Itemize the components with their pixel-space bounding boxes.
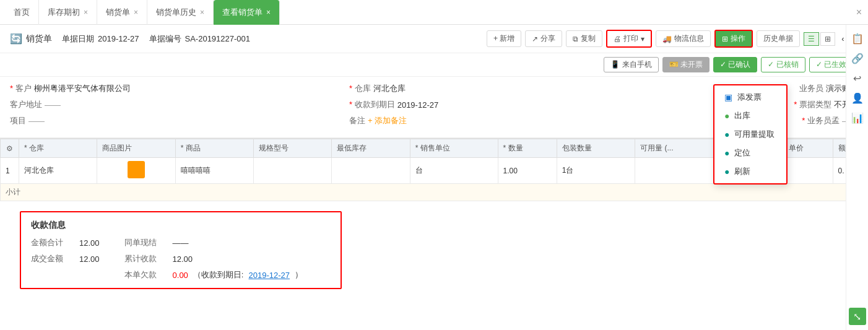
subtotal-row: 小计	[1, 184, 868, 201]
row-unit: 台	[410, 158, 498, 184]
same-order-label: 同单现结	[124, 237, 168, 248]
total-row: 金额合计 12.00	[31, 237, 100, 248]
phone-icon: 📱	[610, 60, 620, 69]
warehouse-label: 仓库	[349, 83, 371, 94]
window-close-button[interactable]: ×	[856, 7, 862, 18]
col-warehouse: * 仓库	[19, 139, 97, 158]
refresh-icon: ●	[724, 167, 729, 176]
col-quantity: * 数量	[498, 139, 557, 158]
row-product: 嘻嘻嘻嘻	[175, 158, 253, 184]
copy-icon: ⧉	[573, 35, 578, 43]
row-pack-qty: 1台	[557, 158, 635, 184]
owe-note: （收款到期日:	[193, 269, 244, 280]
payment-title: 收款信息	[31, 220, 331, 231]
total-value: 12.00	[79, 238, 100, 248]
row-quantity: 1.00	[498, 158, 557, 184]
operation-button[interactable]: ⊞ 操作	[714, 30, 753, 48]
logistics-button[interactable]: 🚚 物流信息	[656, 30, 711, 47]
sidebar-user-icon[interactable]: 👤	[849, 89, 866, 106]
print-button[interactable]: 🖨 打印 ▾	[606, 30, 652, 48]
refresh-item[interactable]: ● 刷新	[714, 162, 786, 181]
doc-number-field: 单据编号 SA-20191227-001	[149, 33, 251, 45]
not-open-button[interactable]: 🎫 未开票	[662, 57, 710, 72]
share-button[interactable]: ↗ 分享	[525, 30, 562, 47]
sidebar-expand-icon[interactable]: ⤡	[849, 308, 866, 325]
owe-value: 0.00	[173, 271, 188, 280]
row-image	[97, 158, 175, 184]
col-unit: * 销售单位	[410, 139, 498, 158]
payment-section: 收款信息 金额合计 12.00 成交金额 12.00	[20, 211, 342, 289]
tab-bar: 首页 库存期初 × 销货单 × 销货单历史 × 查看销货单 × ×	[0, 0, 868, 25]
sold-check-icon: ✓	[768, 60, 774, 69]
print-icon: 🖨	[614, 35, 621, 43]
sidebar-undo-icon[interactable]: ↩	[849, 69, 866, 87]
warehouse-value: 河北仓库	[373, 83, 406, 94]
sidebar-chart-icon[interactable]: 📊	[849, 109, 866, 126]
right-sidebar: 📋 🔗 ↩ 👤 📊 ⤡	[846, 25, 868, 330]
deal-label: 成交金额	[31, 253, 74, 264]
col-price: 单价	[783, 139, 833, 158]
locate-item[interactable]: ● 定位	[714, 144, 786, 162]
tab-view-sales[interactable]: 查看销货单 ×	[214, 0, 280, 25]
outbound-item[interactable]: ● 出库	[714, 106, 786, 125]
owe-date[interactable]: 2019-12-27	[248, 271, 290, 280]
doc-date-field: 单据日期 2019-12-27	[62, 33, 139, 45]
warehouse-field: 仓库 河北仓库	[349, 83, 604, 94]
note-field: 备注 添加备注	[349, 115, 604, 126]
customer-value: 柳州粤港平安气体有限公司	[34, 83, 131, 94]
share-icon: ↗	[532, 35, 538, 43]
owe-label: 本单欠款	[124, 269, 168, 280]
accumulated-row: 累计收款 12.00	[124, 253, 303, 264]
tab-sales-close[interactable]: ×	[134, 8, 138, 17]
sold-button[interactable]: ✓ 已核销	[761, 57, 805, 72]
accumulated-label: 累计收款	[124, 253, 168, 264]
status-buttons: 📱 来自手机 🎫 未开票 ✓ 已确认 ✓ 已核销 ✓ 已生效	[604, 57, 858, 72]
view-toggle: ☰ ⊞	[804, 32, 835, 46]
project-value: ——	[28, 116, 45, 126]
check-icon: ✓	[720, 60, 726, 69]
tab-sales-history[interactable]: 销货单历史 ×	[147, 0, 214, 25]
sidebar-clipboard-icon[interactable]: 📋	[849, 30, 866, 47]
add-note-button[interactable]: 添加备注	[368, 115, 407, 126]
deal-value: 12.00	[79, 254, 100, 264]
print-dropdown-icon: ▾	[641, 35, 644, 43]
row-min-stock	[332, 158, 410, 184]
copy-button[interactable]: ⧉ 复制	[566, 30, 602, 47]
sidebar-link-icon[interactable]: 🔗	[849, 50, 866, 67]
confirm-button[interactable]: ✓ 已确认	[713, 57, 757, 72]
ticket-type-label: 票据类型	[794, 99, 831, 110]
tab-inventory-close[interactable]: ×	[84, 8, 88, 17]
payment-date-label: 收款到期日	[349, 99, 395, 110]
total-label: 金额合计	[31, 237, 74, 248]
tab-inventory[interactable]: 库存期初 ×	[39, 0, 97, 25]
effective-check-icon: ✓	[816, 60, 822, 69]
doc-title: 🔄 销货单	[10, 33, 52, 45]
new-button[interactable]: + 新增	[487, 30, 521, 47]
col-pack-qty: 包装数量	[557, 139, 635, 158]
payment-date-value: 2019-12-27	[397, 100, 439, 110]
payment-date-field: 收款到期日 2019-12-27	[349, 99, 604, 110]
subtotal-label: 小计	[1, 184, 868, 201]
row-spec	[253, 158, 331, 184]
add-invoice-item[interactable]: ▣ 添发票	[714, 88, 786, 106]
operation-dropdown: ▣ 添发票 ● 出库 ● 可用量提取 ● 定位 ● 刷新	[713, 84, 788, 185]
col-image: 商品图片	[97, 139, 175, 158]
grid-icon: ⊞	[722, 35, 728, 43]
grid-view-button[interactable]: ⊞	[820, 32, 835, 46]
available-extract-item[interactable]: ● 可用量提取	[714, 125, 786, 144]
history-button[interactable]: 历史单据	[757, 30, 800, 47]
locate-icon: ●	[724, 148, 729, 158]
content-area: 🔄 销货单 单据日期 2019-12-27 单据编号 SA-20191227-0…	[0, 25, 868, 330]
tab-sales[interactable]: 销货单 ×	[97, 0, 147, 25]
phone-status-button[interactable]: 📱 来自手机	[604, 57, 658, 72]
list-view-button[interactable]: ☰	[804, 32, 819, 46]
note-label: 备注	[349, 115, 365, 126]
tab-home[interactable]: 首页	[5, 0, 39, 25]
payment-col-right: 同单现结 —— 累计收款 12.00 本单欠款 0.00 （收款到期日: 201…	[124, 237, 303, 280]
outbound-icon: ●	[724, 111, 729, 121]
tab-view-sales-close[interactable]: ×	[266, 8, 271, 17]
project-label: 项目	[10, 115, 26, 126]
accumulated-value: 12.00	[173, 254, 193, 264]
tab-sales-history-close[interactable]: ×	[200, 8, 204, 17]
invoice-icon: ▣	[724, 92, 732, 102]
